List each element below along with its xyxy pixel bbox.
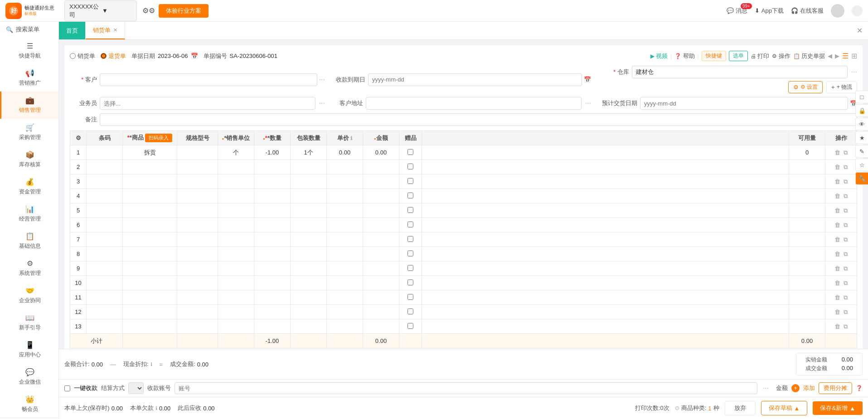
row-product-3[interactable] <box>123 174 177 189</box>
row-price-3[interactable] <box>327 174 363 189</box>
row-barcode-9[interactable] <box>87 261 123 276</box>
row-unit-5[interactable] <box>218 203 254 218</box>
row-spec-12[interactable] <box>177 305 218 319</box>
copy-row-icon-2[interactable]: ⧉ <box>844 164 848 170</box>
delete-row-icon-2[interactable]: 🗑 <box>834 164 840 170</box>
price-info-icon[interactable]: ℹ <box>350 135 352 141</box>
notes-input[interactable] <box>100 113 857 126</box>
add-payment-button[interactable]: + <box>791 384 800 392</box>
copy-row-icon-11[interactable]: ⧉ <box>844 294 848 301</box>
float-btn-7[interactable]: 🔧 <box>855 172 868 185</box>
copy-row-icon-10[interactable]: ⧉ <box>844 279 848 286</box>
close-tab-icon[interactable]: ✕ <box>113 27 117 33</box>
fee-split-button[interactable]: 费用分摊 <box>819 382 852 394</box>
gear-icon[interactable]: ⚙ <box>142 6 155 15</box>
sidebar-item-guide[interactable]: 📖 新手引导 <box>0 309 58 336</box>
row-unit-10[interactable] <box>218 276 254 290</box>
row-price-4[interactable] <box>327 189 363 203</box>
online-service-button[interactable]: 🎧 在线客服 <box>791 7 824 15</box>
row-price-9[interactable] <box>327 261 363 276</box>
row-price-12[interactable] <box>327 305 363 319</box>
account-input[interactable] <box>175 382 757 394</box>
row-spec-1[interactable] <box>177 145 218 160</box>
row-barcode-6[interactable] <box>87 218 123 232</box>
copy-row-icon-9[interactable]: ⧉ <box>844 265 848 272</box>
row-qty-2[interactable] <box>254 160 291 174</box>
row-unit-12[interactable] <box>218 305 254 319</box>
delete-row-icon-4[interactable]: 🗑 <box>834 193 840 199</box>
save-draft-chevron-icon[interactable]: ▲ <box>794 405 800 412</box>
row-price-13[interactable] <box>327 319 363 334</box>
row-qty-10[interactable] <box>254 276 291 290</box>
row-gift-6[interactable] <box>399 218 422 232</box>
delete-row-icon-7[interactable]: 🗑 <box>834 236 840 243</box>
delete-row-icon-9[interactable]: 🗑 <box>834 265 840 272</box>
company-selector[interactable]: XXXXXX公司 ▼ <box>64 0 137 21</box>
row-unit-2[interactable] <box>218 160 254 174</box>
product-type-icon[interactable]: ⊙ <box>675 405 679 411</box>
row-product-11[interactable] <box>123 290 177 305</box>
row-pack-qty-10[interactable] <box>291 276 327 290</box>
sidebar-item-coop[interactable]: 🤝 企业协同 <box>0 282 58 309</box>
account-dots-icon[interactable]: ··· <box>763 384 769 392</box>
float-btn-4[interactable]: ★ <box>855 131 868 144</box>
history-btn[interactable]: 📋 历史单据 <box>793 52 825 60</box>
app-download-button[interactable]: ⬇ App下载 <box>755 7 784 15</box>
delete-row-icon-12[interactable]: 🗑 <box>834 308 840 315</box>
float-btn-5[interactable]: ✎ <box>855 145 868 158</box>
row-price-10[interactable] <box>327 276 363 290</box>
row-gift-13[interactable] <box>399 319 422 334</box>
salesperson-input[interactable] <box>100 97 315 110</box>
row-unit-3[interactable] <box>218 174 254 189</box>
row-unit-7[interactable] <box>218 232 254 247</box>
row-amount-13[interactable] <box>363 319 399 334</box>
row-product-12[interactable] <box>123 305 177 319</box>
copy-row-icon-4[interactable]: ⧉ <box>844 193 848 199</box>
save-new-button[interactable]: 保存&新增 ▲ <box>813 401 863 415</box>
row-gift-3[interactable] <box>399 174 422 189</box>
copy-row-icon-13[interactable]: ⧉ <box>844 323 848 330</box>
sidebar-item-finance[interactable]: 💰 资金管理 <box>0 173 58 200</box>
row-barcode-13[interactable] <box>87 319 123 334</box>
settlement-select[interactable] <box>128 382 144 394</box>
row-product-7[interactable] <box>123 232 177 247</box>
row-spec-13[interactable] <box>177 319 218 334</box>
video-icon[interactable]: ▶ 视频 <box>650 52 668 60</box>
row-product-1[interactable]: 拆贡 <box>123 145 177 160</box>
copy-row-icon-8[interactable]: ⧉ <box>844 250 848 257</box>
operation-btn[interactable]: ⚙ 操作 <box>772 52 790 60</box>
copy-row-icon-3[interactable]: ⧉ <box>844 178 848 185</box>
row-price-6[interactable] <box>327 218 363 232</box>
row-unit-4[interactable] <box>218 189 254 203</box>
row-pack-qty-1[interactable]: 1个 <box>291 145 327 160</box>
sidebar-item-purchase[interactable]: 🛒 采购管理 <box>0 119 58 146</box>
delete-row-icon-1[interactable]: 🗑 <box>834 149 840 156</box>
row-pack-qty-8[interactable] <box>291 247 327 261</box>
row-gift-2[interactable] <box>399 160 422 174</box>
row-product-10[interactable] <box>123 276 177 290</box>
sidebar-item-member[interactable]: 👑 畅会员 <box>0 390 58 418</box>
row-gift-5[interactable] <box>399 203 422 218</box>
save-draft-button[interactable]: 保存草稿 ▲ <box>761 401 808 415</box>
float-btn-6[interactable]: ☆ <box>855 159 868 171</box>
row-product-9[interactable] <box>123 261 177 276</box>
user-avatar[interactable] <box>831 4 844 18</box>
row-unit-8[interactable] <box>218 247 254 261</box>
payment-date-calendar-icon[interactable]: 📅 <box>584 76 591 83</box>
row-pack-qty-7[interactable] <box>291 232 327 247</box>
sidebar-item-search[interactable]: 🔍 搜索菜单 <box>0 22 58 37</box>
save-new-chevron-icon[interactable]: ▲ <box>849 405 855 412</box>
row-barcode-10[interactable] <box>87 276 123 290</box>
row-spec-10[interactable] <box>177 276 218 290</box>
delete-row-icon-6[interactable]: 🗑 <box>834 222 840 228</box>
delete-row-icon-13[interactable]: 🗑 <box>834 323 840 330</box>
tab-home[interactable]: 首页 <box>59 22 86 39</box>
row-barcode-2[interactable] <box>87 160 123 174</box>
radio-return-order[interactable]: 退货单 <box>101 52 126 60</box>
copy-row-icon-1[interactable]: ⧉ <box>844 149 848 156</box>
row-barcode-11[interactable] <box>87 290 123 305</box>
row-spec-3[interactable] <box>177 174 218 189</box>
print-btn[interactable]: 🖨 打印 <box>751 52 769 60</box>
float-btn-2[interactable]: 🔒 <box>855 104 868 117</box>
row-product-6[interactable] <box>123 218 177 232</box>
